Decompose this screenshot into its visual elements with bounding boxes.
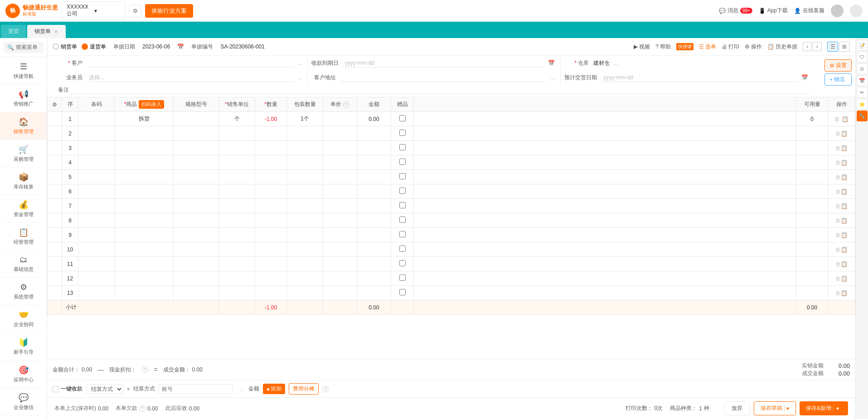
settings-gear-icon[interactable]: ⚙ [129, 5, 141, 17]
action-history-btn[interactable]: 📋 历史单据 [767, 43, 797, 51]
delete-icon[interactable]: 🗑 [835, 188, 841, 195]
th-settings[interactable]: ⚙ [48, 97, 62, 112]
discard-button[interactable]: 放弃 [724, 401, 750, 415]
grid-view-btn[interactable]: ⊞ [839, 42, 850, 52]
rf-btn-4[interactable]: 📅 [857, 75, 868, 86]
rf-btn-5[interactable]: ✏ [857, 87, 868, 98]
sidebar-item-marketing[interactable]: 📢 营销推广 [0, 85, 47, 112]
due-date-calendar-icon[interactable]: 📅 [546, 60, 557, 66]
scan-code-btn[interactable]: 扫码录入 [139, 100, 164, 109]
radio-sales-order[interactable]: 销货单 [53, 43, 77, 51]
due-date-input[interactable] [343, 59, 545, 67]
action-operate-btn[interactable]: ⚙ 操作 [745, 43, 762, 51]
sidebar-item-enterprise[interactable]: 🤝 企业协同 [0, 305, 47, 333]
cell-price-1[interactable] [323, 112, 357, 126]
copy-icon[interactable]: 📋 [841, 203, 848, 209]
delete-row-1-icon[interactable]: 🗑 [834, 116, 840, 122]
copy-icon[interactable]: 📋 [841, 217, 848, 224]
action-select-btn[interactable]: ☰ 选单 [699, 43, 716, 51]
cell-spec-1[interactable] [174, 112, 219, 126]
arrears-info-icon[interactable]: ? [139, 405, 145, 412]
sidebar-item-quick-nav[interactable]: ☰ 快捷导航 [0, 57, 47, 85]
logistics-button[interactable]: + 物流 [824, 73, 852, 86]
delete-icon[interactable]: 🗑 [835, 246, 841, 253]
account-input[interactable] [159, 384, 233, 394]
sidebar-item-member[interactable]: 🎖 畅会员 [0, 416, 47, 419]
sidebar-item-inventory[interactable]: 📦 库存核算 [0, 168, 47, 195]
delete-icon[interactable]: 🗑 [835, 159, 841, 166]
copy-icon[interactable]: 📋 [841, 232, 848, 238]
sidebar-item-sales[interactable]: 🏠 销售管理 [0, 112, 47, 140]
settlement-method-select[interactable]: 结算方式 [86, 384, 123, 394]
copy-icon[interactable]: 📋 [841, 174, 848, 180]
expected-delivery-input[interactable] [601, 73, 798, 82]
customer-address-input[interactable] [340, 73, 547, 82]
action-shortcut-btn[interactable]: 快捷键 [676, 43, 693, 50]
copy-icon[interactable]: 📋 [841, 290, 848, 296]
copy-icon[interactable]: 📋 [841, 261, 848, 267]
copy-icon[interactable]: 📋 [841, 246, 848, 253]
delete-icon[interactable]: 🗑 [835, 290, 841, 296]
online-service-button[interactable]: 👤 在线客服 [794, 7, 824, 14]
copy-row-1-icon[interactable]: 📋 [842, 116, 849, 122]
sidebar-item-operations[interactable]: 📋 经营管理 [0, 223, 47, 250]
price-info-icon[interactable]: ? [343, 101, 349, 108]
cell-qty-1[interactable]: -1.00 [255, 112, 287, 126]
save-new-button[interactable]: 保存&新增 ▾ [800, 401, 848, 415]
sidebar-item-wechat[interactable]: 💬 企业微信 [0, 388, 47, 416]
expense-info-icon[interactable]: ? [322, 386, 329, 392]
copy-icon[interactable]: 📋 [841, 188, 848, 195]
delete-icon[interactable]: 🗑 [835, 130, 841, 137]
close-tab-icon[interactable]: × [53, 29, 58, 35]
note-input[interactable] [71, 86, 810, 94]
delete-icon[interactable]: 🗑 [835, 217, 841, 224]
delete-icon[interactable]: 🗑 [835, 174, 841, 180]
cell-gift-1[interactable] [391, 112, 414, 126]
sidebar-item-basics[interactable]: 🗂 基础信息 [0, 250, 47, 278]
delete-icon[interactable]: 🗑 [835, 261, 841, 267]
action-help-btn[interactable]: ? 帮助 [655, 43, 671, 51]
cell-barcode-1[interactable] [78, 112, 115, 126]
add-button[interactable]: ● 添加 [263, 384, 285, 394]
delete-icon[interactable]: 🗑 [835, 145, 841, 151]
delete-icon[interactable]: 🗑 [835, 203, 841, 209]
warehouse-more-icon[interactable]: ... [611, 60, 620, 66]
delete-icon[interactable]: 🗑 [835, 275, 841, 282]
rf-btn-6[interactable]: ⭐ [857, 99, 868, 110]
app-download-button[interactable]: 📱 App下载 [759, 7, 788, 14]
trial-button[interactable]: 体验行业方案 [145, 4, 193, 18]
save-new-chevron-icon[interactable]: ▾ [833, 405, 842, 412]
rf-btn-7-orange[interactable]: 🔧 [857, 111, 868, 121]
copy-icon[interactable]: 📋 [841, 159, 848, 166]
tab-sales-order[interactable]: 销货单 × [27, 25, 66, 38]
customer-input[interactable] [87, 59, 294, 67]
discount-info-icon[interactable]: ? [142, 366, 148, 373]
sidebar-item-system[interactable]: ⚙ 系统管理 [0, 278, 47, 305]
rf-btn-3[interactable]: ⊙ [857, 63, 868, 74]
draft-chevron-icon[interactable]: ▾ [784, 405, 789, 412]
save-draft-button[interactable]: 保存草稿 ▾ [754, 401, 796, 415]
settings-button[interactable]: ⚙ 设置 [824, 59, 852, 72]
account-more-icon[interactable]: ... [237, 386, 245, 392]
radio-return-order[interactable]: 退货单 [82, 43, 106, 51]
list-view-btn[interactable]: ☰ [827, 42, 838, 52]
sidebar-item-finance[interactable]: 💰 资金管理 [0, 195, 47, 223]
address-more-icon[interactable]: ... [548, 74, 557, 81]
calendar-icon[interactable]: 📅 [177, 43, 184, 50]
sidebar-search-area[interactable]: 🔍 搜索菜单 [0, 38, 47, 57]
sidebar-item-purchase[interactable]: 🛒 采购管理 [0, 140, 47, 168]
salesperson-input[interactable] [87, 73, 294, 82]
action-print-btn[interactable]: 🖨 打印 [722, 43, 739, 51]
expense-split-button[interactable]: 费用分摊 [289, 383, 319, 395]
next-arrow[interactable]: › [813, 42, 822, 51]
delivery-calendar-icon[interactable]: 📅 [800, 74, 810, 81]
sidebar-item-guide[interactable]: 🔰 新手引导 [0, 333, 47, 361]
sidebar-item-appstore[interactable]: 🎯 应用中心 [0, 361, 47, 388]
action-video-btn[interactable]: ▶ 视频 [634, 43, 650, 51]
one-click-payment-checkbox[interactable]: 一键收款 [53, 385, 82, 393]
search-input-trigger[interactable]: 🔍 搜索菜单 [4, 42, 43, 53]
customer-more-icon[interactable]: ... [296, 60, 304, 66]
company-selector[interactable]: XXXXXX公司 ▾ [62, 1, 125, 20]
copy-icon[interactable]: 📋 [841, 145, 848, 151]
tab-home[interactable]: 首页 [1, 25, 26, 38]
